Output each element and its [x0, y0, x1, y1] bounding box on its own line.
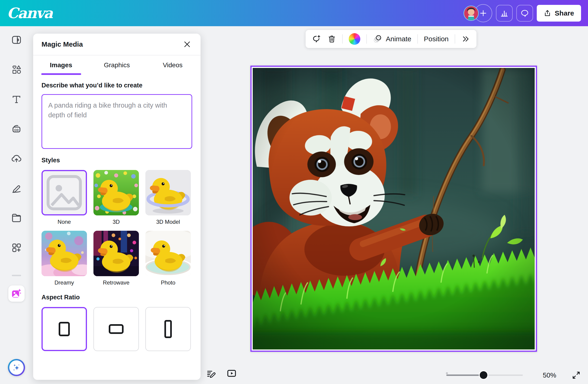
style-label: 3D Model	[145, 219, 191, 225]
share-upload-icon	[544, 9, 551, 17]
plus-icon	[479, 9, 487, 17]
style-option-retrowave[interactable]: Retrowave	[93, 231, 139, 286]
style-label: None	[42, 219, 87, 225]
portrait-ratio-icon	[164, 320, 172, 338]
zoom-slider-marker	[446, 372, 448, 374]
brand-icon: co	[11, 123, 22, 134]
panel-header: Magic Media	[33, 34, 201, 55]
more-options-button[interactable]	[461, 35, 470, 43]
close-icon	[183, 40, 191, 48]
sidebar-item-projects[interactable]	[0, 213, 33, 223]
sidebar-item-elements[interactable]	[0, 64, 33, 75]
panel-body: Describe what you’d like to create Style…	[33, 82, 201, 351]
delete-button[interactable]	[327, 35, 336, 43]
toolbar-separator	[417, 34, 418, 43]
animate-button[interactable]: Animate	[373, 34, 411, 44]
style-thumb-3d-model	[145, 170, 191, 215]
present-button[interactable]	[226, 368, 237, 379]
add-comment-icon	[312, 34, 321, 43]
aspect-ratio-options	[42, 307, 192, 351]
add-comment-button[interactable]	[312, 34, 321, 43]
active-tab-indicator	[41, 73, 81, 75]
color-wheel-button[interactable]	[349, 33, 360, 45]
notes-button[interactable]	[206, 368, 216, 379]
double-chevron-right-icon	[461, 35, 470, 43]
svg-text:co: co	[14, 128, 19, 132]
zoom-percent: 50%	[543, 371, 559, 379]
close-panel-button[interactable]	[182, 39, 192, 49]
style-option-3d[interactable]: 3D	[93, 170, 139, 225]
sidebar-item-uploads[interactable]	[0, 153, 33, 164]
chat-bubble-icon	[520, 9, 529, 18]
toolbar-separator	[455, 34, 455, 43]
elements-icon	[11, 64, 22, 75]
style-label: Dreamy	[42, 279, 87, 286]
comments-button[interactable]	[516, 5, 533, 21]
style-option-none[interactable]: None	[42, 170, 87, 225]
share-button[interactable]: Share	[537, 5, 581, 21]
uploads-cloud-icon	[11, 153, 22, 164]
design-icon	[11, 35, 22, 45]
media-type-tabs: Images Graphics Videos	[33, 55, 201, 75]
panel-title: Magic Media	[42, 40, 83, 48]
draw-pen-icon	[11, 183, 22, 194]
canva-logo[interactable]: Canva	[7, 6, 52, 21]
fullscreen-button[interactable]	[571, 371, 581, 380]
aspect-option-portrait[interactable]	[145, 307, 191, 351]
style-label: 3D	[93, 219, 139, 225]
canvas-page[interactable]	[251, 66, 537, 352]
style-thumb-dreamy	[42, 231, 87, 276]
magic-media-icon	[11, 288, 22, 299]
avatar[interactable]	[463, 6, 479, 21]
toolbar-separator	[342, 34, 343, 43]
style-thumb-retrowave	[93, 231, 139, 276]
zoom-slider-knob[interactable]	[480, 371, 487, 379]
square-ratio-icon	[59, 322, 70, 336]
generated-image-red-panda	[253, 68, 535, 349]
text-icon	[11, 94, 21, 104]
sidebar-item-draw[interactable]	[0, 183, 33, 194]
sidebar-item-brand[interactable]: co	[0, 124, 33, 134]
aspect-option-landscape[interactable]	[93, 307, 139, 351]
animate-label: Animate	[386, 35, 411, 43]
prompt-label: Describe what you’d like to create	[42, 82, 192, 89]
sidebar-item-apps[interactable]	[0, 242, 33, 253]
tab-graphics[interactable]: Graphics	[89, 55, 145, 75]
rail-divider	[12, 275, 21, 276]
style-thumb-photo	[145, 231, 191, 276]
apps-grid-icon	[11, 242, 22, 253]
projects-folder-icon	[11, 213, 22, 224]
sidebar-rail: co	[0, 26, 33, 384]
tab-videos[interactable]: Videos	[145, 55, 201, 75]
tab-images[interactable]: Images	[33, 55, 89, 75]
style-option-3d-model[interactable]: 3D Model	[145, 170, 191, 225]
topbar-actions: Share	[463, 4, 581, 22]
canva-editor: Canva	[0, 0, 588, 384]
document-actions	[206, 368, 237, 379]
notes-icon	[206, 368, 216, 378]
zoom-slider[interactable]	[446, 375, 523, 376]
zoom-controls: 50%	[446, 370, 582, 380]
trash-icon	[327, 35, 336, 43]
avatar-image	[464, 6, 478, 20]
element-toolbar: Animate Position	[306, 30, 477, 48]
landscape-ratio-icon	[109, 324, 124, 334]
prompt-input[interactable]	[42, 94, 192, 149]
analytics-icon	[500, 9, 509, 18]
style-label: Retrowave	[93, 279, 139, 286]
sidebar-item-text[interactable]	[0, 94, 33, 105]
style-label: Photo	[145, 279, 191, 286]
analytics-button[interactable]	[496, 5, 513, 21]
zoom-slider-fill	[446, 375, 483, 376]
aspect-ratio-heading: Aspect Ratio	[42, 294, 192, 301]
style-option-dreamy[interactable]: Dreamy	[42, 231, 87, 286]
sidebar-item-design[interactable]	[0, 35, 33, 45]
aspect-option-square[interactable]	[42, 307, 87, 351]
animate-icon	[373, 34, 383, 44]
image-placeholder-icon	[43, 171, 86, 214]
style-option-photo[interactable]: Photo	[145, 231, 191, 286]
styles-grid: None	[42, 170, 192, 286]
sidebar-item-magic-media[interactable]	[8, 285, 24, 302]
magic-media-panel: Magic Media Images Graphics Videos Descr…	[33, 34, 201, 380]
position-button[interactable]: Position	[424, 35, 449, 43]
